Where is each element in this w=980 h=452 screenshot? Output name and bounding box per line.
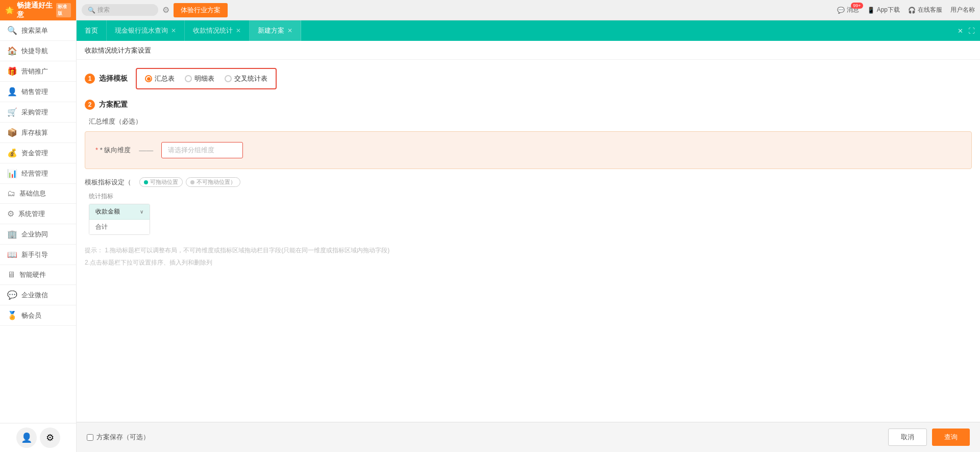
sidebar-item-wechat[interactable]: 💬 企业微信 xyxy=(0,285,76,305)
service-icon: 🎧 xyxy=(908,7,916,14)
hint-draggable-label: 可拖动位置 xyxy=(150,178,178,186)
indicators-header: 模板指标设定（ 可拖动位置 不可拖动位置） xyxy=(85,177,972,187)
step1-num: 1 xyxy=(85,74,95,84)
sidebar-item-enterprise[interactable]: 🏢 企业协同 xyxy=(0,224,76,245)
page-title: 收款情况统计方案设置 xyxy=(85,46,151,54)
tab-cash-query[interactable]: 现金银行流水查询 ✕ xyxy=(107,20,185,41)
footer-buttons: 取消 查询 xyxy=(888,429,970,446)
tab-receipt-stats-close[interactable]: ✕ xyxy=(236,27,241,34)
sidebar-item-label: 库存核算 xyxy=(21,128,48,137)
indicators-section: 模板指标设定（ 可拖动位置 不可拖动位置） xyxy=(85,177,972,235)
sidebar-item-hardware[interactable]: 🖥 智能硬件 xyxy=(0,265,76,285)
sidebar-item-label: 基础信息 xyxy=(19,189,46,198)
cancel-button[interactable]: 取消 xyxy=(888,429,927,446)
dimension-arrow: —— xyxy=(139,146,153,154)
settings-icon[interactable]: ⚙ xyxy=(162,5,169,15)
sidebar-item-label: 企业协同 xyxy=(21,230,48,239)
hint-draggable: 可拖动位置 xyxy=(139,177,183,187)
message-icon: 💬 xyxy=(837,7,845,14)
template-select-box: 汇总表 明细表 交叉统计表 xyxy=(136,68,277,89)
download-btn[interactable]: 📱 App下载 xyxy=(867,6,900,14)
sidebar-item-search-menu[interactable]: 🔍 搜索菜单 xyxy=(0,20,76,41)
draggable-hint: 可拖动位置 不可拖动位置） xyxy=(139,177,240,187)
footer: 方案保存（可选） 取消 查询 xyxy=(77,422,980,452)
sidebar-item-label: 快捷导航 xyxy=(21,46,48,56)
sidebar-item-marketing[interactable]: 🎁 营销推广 xyxy=(0,61,76,82)
step2-label: 方案配置 xyxy=(99,100,128,109)
content-area: 收款情况统计方案设置 1 选择模板 汇总表 xyxy=(77,41,980,452)
radio-summary-circle xyxy=(145,75,152,82)
logo-text: 畅捷通好生意 xyxy=(17,1,53,19)
download-icon: 📱 xyxy=(867,7,875,14)
tab-receipt-stats[interactable]: 收款情况统计 ✕ xyxy=(185,20,250,41)
sidebar-avatar[interactable]: 👤 xyxy=(16,427,37,448)
trial-btn[interactable]: 体验行业方案 xyxy=(174,3,228,17)
tab-home-label: 首页 xyxy=(85,26,98,35)
tab-receipt-stats-label: 收款情况统计 xyxy=(193,26,233,35)
sidebar-item-basic[interactable]: 🗂 基础信息 xyxy=(0,184,76,204)
footer-save-label[interactable]: 方案保存（可选） xyxy=(87,433,150,442)
query-button[interactable]: 查询 xyxy=(932,429,970,446)
sidebar-item-system[interactable]: ⚙ 系统管理 xyxy=(0,204,76,224)
radio-summary[interactable]: 汇总表 xyxy=(145,74,175,83)
tab-cash-query-close[interactable]: ✕ xyxy=(171,27,176,34)
tab-home[interactable]: 首页 xyxy=(77,20,107,41)
stats-block-header[interactable]: 收款金额 ∨ xyxy=(89,204,150,220)
tab-new-plan-close[interactable]: ✕ xyxy=(287,27,292,34)
logo-icon: 🌟 xyxy=(5,6,14,14)
quick-nav-icon: 🏠 xyxy=(7,46,17,56)
sidebar-item-member[interactable]: 🏅 畅会员 xyxy=(0,305,76,326)
stats-block: 收款金额 ∨ 合计 xyxy=(89,204,150,235)
enterprise-icon: 🏢 xyxy=(7,229,17,239)
step1-label: 选择模板 xyxy=(99,74,128,83)
sidebar-item-label: 智能硬件 xyxy=(19,270,46,279)
sidebar-settings[interactable]: ⚙ xyxy=(40,427,60,448)
sidebar-item-sales[interactable]: 👤 销售管理 xyxy=(0,82,76,102)
marketing-icon: 🎁 xyxy=(7,66,17,76)
sales-icon: 👤 xyxy=(7,87,17,97)
tab-new-plan-label: 新建方案 xyxy=(258,26,284,35)
sidebar-item-guide[interactable]: 📖 新手引导 xyxy=(0,245,76,265)
save-checkbox[interactable] xyxy=(87,434,93,441)
tip-1: 提示： 1.拖动标题栏可以调整布局，不可跨维度或指标区域拖动栏目字段(只能在同一… xyxy=(85,245,972,256)
template-radio-group: 汇总表 明细表 交叉统计表 xyxy=(145,74,267,83)
radio-cross[interactable]: 交叉统计表 xyxy=(225,74,267,83)
sidebar-item-inventory[interactable]: 📦 库存核算 xyxy=(0,123,76,143)
member-icon: 🏅 xyxy=(7,311,17,320)
sidebar-item-quick-nav[interactable]: 🏠 快捷导航 xyxy=(0,41,76,61)
tabbar: 首页 现金银行流水查询 ✕ 收款情况统计 ✕ 新建方案 ✕ ✕ ⛶ xyxy=(77,20,980,41)
search-placeholder-text: 搜索 xyxy=(97,6,110,14)
user-name[interactable]: 用户名称 xyxy=(950,6,975,14)
sidebar-item-label: 采购管理 xyxy=(21,108,48,117)
tab-close-icon[interactable]: ✕ xyxy=(958,27,963,35)
tip-2: 2.点击标题栏下拉可设置排序、插入列和删除列 xyxy=(85,257,972,269)
stats-item-label: 收款金额 xyxy=(95,207,120,216)
service-btn[interactable]: 🎧 在线客服 xyxy=(908,6,942,14)
wechat-icon: 💬 xyxy=(7,290,17,300)
sidebar-item-purchase[interactable]: 🛒 采购管理 xyxy=(0,102,76,123)
message-btn[interactable]: 💬 消息 99+ xyxy=(837,6,859,14)
service-label: 在线客服 xyxy=(918,6,942,14)
sidebar-item-label: 新手引导 xyxy=(21,250,48,259)
indicator-setting-label: 模板指标设定（ xyxy=(85,178,131,187)
topbar-search[interactable]: 🔍 搜索 xyxy=(82,4,158,16)
sidebar-item-label: 资金管理 xyxy=(21,149,48,158)
dimension-config-section: 汇总维度（必选） * * 纵向维度 —— 请选择分组维度 xyxy=(85,117,972,169)
dimension-row: * * 纵向维度 —— 请选择分组维度 xyxy=(95,142,961,158)
tab-expand-icon[interactable]: ⛶ xyxy=(968,27,975,35)
sidebar-item-operation[interactable]: 📊 经营管理 xyxy=(0,163,76,184)
step2-title: 2 方案配置 xyxy=(85,100,972,110)
step1-section: 1 选择模板 汇总表 明细表 xyxy=(85,68,972,89)
purchase-icon: 🛒 xyxy=(7,107,17,117)
logo-badge: 标准版 xyxy=(56,3,71,17)
dimension-selector[interactable]: 请选择分组维度 xyxy=(161,142,243,158)
system-icon: ⚙ xyxy=(7,209,14,219)
sidebar-item-label: 搜索菜单 xyxy=(21,26,48,35)
sidebar-item-finance[interactable]: 💰 资金管理 xyxy=(0,143,76,163)
hint-fixed-label: 不可拖动位置） xyxy=(197,178,236,186)
step2-num: 2 xyxy=(85,100,95,110)
tabbar-right: ✕ ⛶ xyxy=(958,27,980,35)
guide-icon: 📖 xyxy=(7,250,17,259)
radio-detail[interactable]: 明细表 xyxy=(185,74,214,83)
tab-new-plan[interactable]: 新建方案 ✕ xyxy=(250,20,301,41)
